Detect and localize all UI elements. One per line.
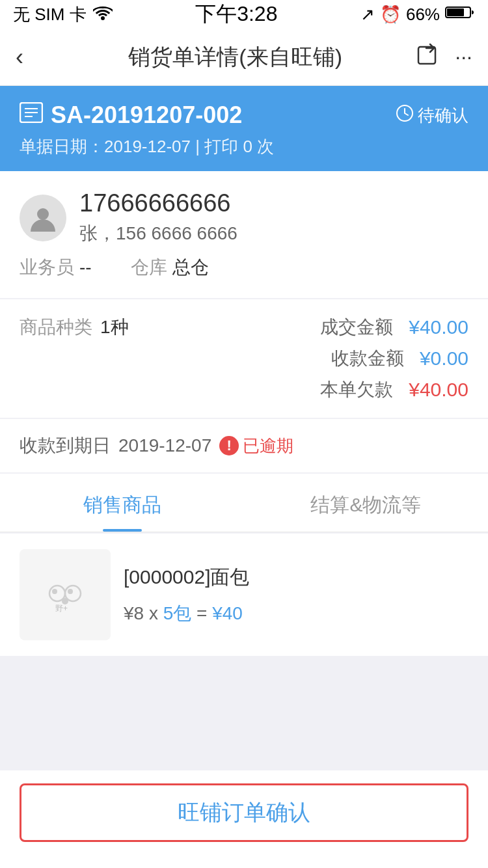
unit-price: ¥8 xyxy=(124,603,144,623)
order-id: SA-20191207-002 xyxy=(20,102,242,129)
multiply-sign: x xyxy=(149,603,158,623)
received-value: ¥0.00 xyxy=(420,347,468,370)
summary-amounts: 成交金额 ¥40.00 收款金额 ¥0.00 本单欠款 ¥40.00 xyxy=(320,315,468,402)
status-bar: 无 SIM 卡 下午3:28 ↗ ⏰ 66% xyxy=(0,0,488,29)
due-date-label: 收款到期日 xyxy=(20,433,111,458)
due-date-section: 收款到期日 2019-12-07 ! 已逾期 xyxy=(0,419,488,472)
bottom-bar: 旺铺订单确认 xyxy=(0,770,488,868)
salesperson-value: -- xyxy=(79,257,92,278)
received-label: 收款金额 xyxy=(331,346,404,371)
customer-meta: 业务员 -- 仓库 总仓 xyxy=(20,255,468,280)
warehouse-value: 总仓 xyxy=(172,255,209,280)
deal-amount-row: 成交金额 ¥40.00 xyxy=(320,315,468,340)
warehouse-item: 仓库 总仓 xyxy=(131,255,209,280)
product-thumbnail: 野+ xyxy=(20,549,111,640)
share-button[interactable] xyxy=(416,42,442,73)
order-status: 待确认 xyxy=(396,104,468,127)
received-amount-row: 收款金额 ¥0.00 xyxy=(331,346,468,371)
status-bar-time: 下午3:28 xyxy=(195,0,277,29)
overdue-label: 已逾期 xyxy=(243,435,293,457)
product-info: [0000002]面包 ¥8 x 5包 = ¥40 xyxy=(124,564,468,626)
product-price: ¥8 x 5包 = ¥40 xyxy=(124,601,468,626)
back-button[interactable]: ‹ xyxy=(16,44,55,71)
product-item: 野+ [0000002]面包 ¥8 x 5包 = ¥40 xyxy=(0,534,488,656)
product-type-label: 商品种类 xyxy=(20,315,92,340)
status-bar-right: ↗ ⏰ 66% xyxy=(360,5,475,25)
tab-sales-product[interactable]: 销售商品 xyxy=(0,474,244,532)
quantity: 5包 xyxy=(163,603,192,623)
overdue-badge: ! 已逾期 xyxy=(219,435,293,457)
battery-icon xyxy=(445,5,475,25)
product-name: [0000002]面包 xyxy=(124,564,468,591)
tabs-section: 销售商品 结算&物流等 xyxy=(0,474,488,532)
avatar xyxy=(20,195,66,241)
outstanding-value: ¥40.00 xyxy=(409,379,468,401)
status-bar-left: 无 SIM 卡 xyxy=(13,3,113,26)
overdue-warning-icon: ! xyxy=(219,436,239,455)
confirm-order-button[interactable]: 旺铺订单确认 xyxy=(20,783,468,842)
svg-point-9 xyxy=(37,208,49,220)
svg-point-11 xyxy=(65,586,81,601)
customer-phone: 17666666666 xyxy=(79,189,237,217)
outstanding-label: 本单欠款 xyxy=(320,377,393,402)
alarm-icon: ⏰ xyxy=(380,5,401,25)
customer-section: 17666666666 张，156 6666 6666 业务员 -- 仓库 总仓 xyxy=(0,171,488,298)
salesperson-label: 业务员 xyxy=(20,255,74,280)
deal-amount-label: 成交金额 xyxy=(320,315,393,340)
clock-icon xyxy=(396,104,414,127)
more-button[interactable]: ··· xyxy=(455,45,472,69)
nav-bar: ‹ 销货单详情(来自旺铺) ··· xyxy=(0,29,488,86)
svg-text:野+: 野+ xyxy=(55,604,68,613)
equals-sign: = xyxy=(197,603,207,623)
svg-point-12 xyxy=(52,589,57,594)
location-icon: ↗ xyxy=(360,5,375,25)
tab-settlement[interactable]: 结算&物流等 xyxy=(244,474,488,532)
carrier-text: 无 SIM 卡 xyxy=(13,3,87,26)
battery-text: 66% xyxy=(406,5,440,25)
outstanding-row: 本单欠款 ¥40.00 xyxy=(320,377,468,402)
product-type: 商品种类 1种 xyxy=(20,315,129,340)
warehouse-label: 仓库 xyxy=(131,255,167,280)
product-type-value: 1种 xyxy=(100,315,129,340)
page-title: 销货单详情(来自旺铺) xyxy=(55,42,416,72)
svg-point-13 xyxy=(68,589,73,594)
order-icon xyxy=(20,102,43,128)
order-header-banner: SA-20191207-002 待确认 单据日期：2019-12-07 | 打印… xyxy=(0,86,488,171)
order-date: 单据日期：2019-12-07 | 打印 0 次 xyxy=(20,135,468,158)
svg-rect-1 xyxy=(447,8,464,16)
summary-section: 商品种类 1种 成交金额 ¥40.00 收款金额 ¥0.00 本单欠款 ¥40.… xyxy=(0,299,488,418)
salesperson-item: 业务员 -- xyxy=(20,255,92,280)
deal-amount-value: ¥40.00 xyxy=(409,316,468,338)
due-date-value: 2019-12-07 xyxy=(118,435,211,456)
nav-actions: ··· xyxy=(416,42,472,73)
wifi-icon xyxy=(93,5,113,25)
total-price: ¥40 xyxy=(212,603,243,623)
customer-name: 张，156 6666 6666 xyxy=(79,221,237,246)
tabs-header: 销售商品 结算&物流等 xyxy=(0,474,488,532)
svg-point-10 xyxy=(49,586,65,601)
